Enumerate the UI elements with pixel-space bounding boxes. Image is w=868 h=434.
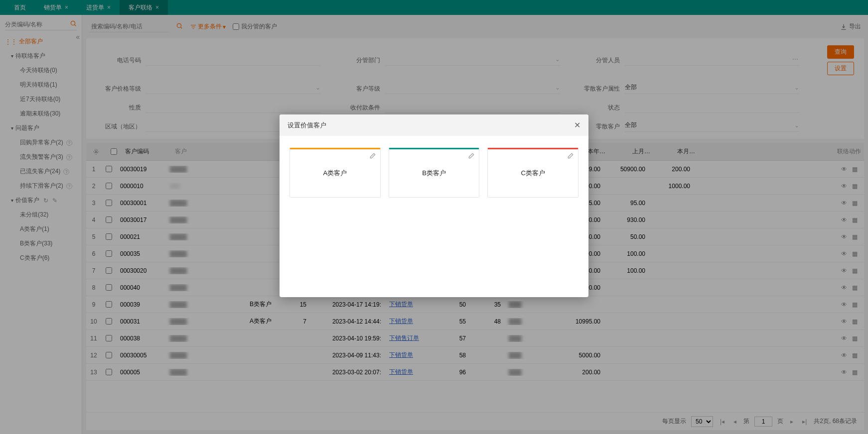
edit-icon[interactable]	[567, 152, 574, 159]
value-card[interactable]: C类客户	[487, 148, 579, 198]
value-card[interactable]: B类客户	[389, 148, 480, 198]
edit-icon[interactable]	[369, 152, 376, 159]
value-card[interactable]: A类客户	[289, 148, 381, 198]
value-customer-modal: 设置价值客户 ✕ A类客户B类客户C类客户	[280, 114, 588, 297]
close-icon[interactable]: ✕	[574, 120, 580, 130]
edit-icon[interactable]	[468, 152, 475, 159]
modal-title: 设置价值客户	[288, 121, 326, 130]
modal-overlay[interactable]: 设置价值客户 ✕ A类客户B类客户C类客户	[0, 0, 868, 434]
